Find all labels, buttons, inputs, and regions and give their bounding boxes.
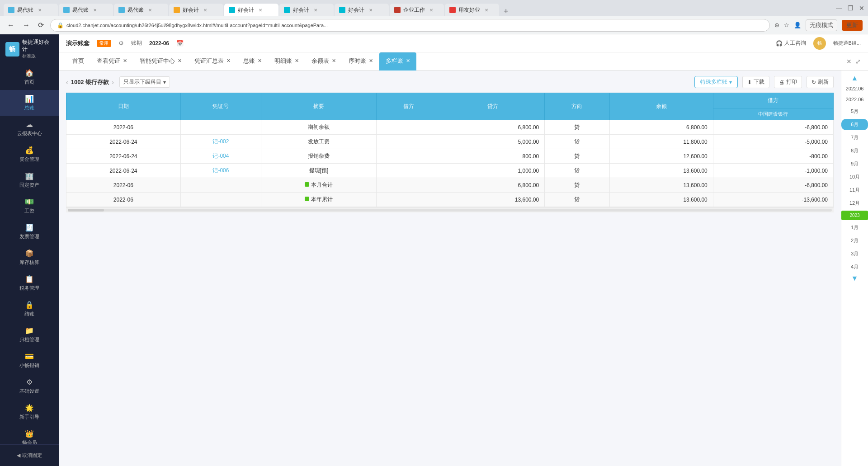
month-10[interactable]: 10月	[841, 171, 868, 183]
new-tab-button[interactable]: +	[500, 7, 512, 16]
tab-balance-sheet-close[interactable]: ✕	[332, 58, 336, 64]
user-avatar[interactable]: 畅	[813, 37, 826, 50]
settings-gear-icon[interactable]: ⚙	[118, 40, 124, 47]
print-button[interactable]: 🖨 打印	[774, 76, 802, 88]
unpin-button[interactable]: ◀ 取消固定	[0, 449, 59, 461]
sidebar-item-asset[interactable]: 🏢 固定资产	[0, 167, 59, 193]
tab-9-close[interactable]: ✕	[485, 8, 488, 13]
month-12[interactable]: 12月	[841, 198, 868, 209]
tab-4-close[interactable]: ✕	[203, 8, 207, 13]
tab-5[interactable]: 好会计 ✕	[224, 4, 278, 16]
tab-detail-ledger[interactable]: 明细账 ✕	[268, 52, 305, 71]
sidebar-item-tax[interactable]: 📋 税务管理	[0, 270, 59, 296]
wuhen-button[interactable]: 无痕模式	[806, 19, 837, 31]
expand-panel-icon[interactable]: ⤢	[855, 58, 861, 65]
cell-voucher[interactable]: 记-002	[180, 135, 261, 149]
month-4[interactable]: 4月	[841, 261, 868, 273]
month-3[interactable]: 3月	[841, 248, 868, 259]
minimize-button[interactable]: —	[836, 5, 842, 12]
sidebar-item-member[interactable]: 👑 畅会员	[0, 425, 59, 444]
tab-1[interactable]: 易代账 ✕	[4, 4, 58, 16]
sidebar-item-expense[interactable]: 💳 小畅报销	[0, 348, 59, 373]
sidebar-item-close[interactable]: 🔒 结账	[0, 296, 59, 322]
sidebar-item-settings[interactable]: ⚙ 基础设置	[0, 373, 59, 399]
refresh-button[interactable]: ⟳	[36, 19, 46, 31]
special-multicolumn-button[interactable]: 特殊多栏账 ▾	[694, 76, 738, 88]
update-button[interactable]: 更新	[842, 20, 863, 31]
download-button[interactable]: ⬇ 下载	[742, 76, 769, 88]
month-1[interactable]: 1月	[841, 222, 868, 233]
sidebar-item-salary[interactable]: 💵 工资	[0, 193, 59, 219]
ai-consult-button[interactable]: 🎧 人工咨询	[776, 39, 806, 47]
tab-5-close[interactable]: ✕	[259, 8, 262, 13]
back-button[interactable]: ←	[5, 19, 16, 31]
content-area: ‹ 1002 银行存款 › 只显示下级科目 ▾ 特殊多栏账 ▾	[59, 71, 868, 466]
prev-account-button[interactable]: ‹	[66, 79, 68, 86]
month-6[interactable]: 6月	[841, 119, 868, 130]
tab-balance-sheet[interactable]: 余额表 ✕	[305, 52, 342, 71]
scroll-thumb[interactable]	[68, 209, 104, 212]
tab-general-ledger[interactable]: 总账 ✕	[237, 52, 268, 71]
profile-icon[interactable]: 👤	[794, 22, 801, 28]
sidebar-item-report[interactable]: ☁ 云报表中心	[0, 116, 59, 141]
bottom-scrollbar[interactable]	[66, 207, 834, 212]
sidebar-item-fund[interactable]: 💰 资金管理	[0, 141, 59, 167]
tab-voucher-view[interactable]: 查看凭证 ✕	[90, 52, 133, 71]
month-7[interactable]: 7月	[841, 132, 868, 143]
refresh-button-toolbar[interactable]: ↻ 刷新	[807, 76, 834, 88]
close-button[interactable]: ✕	[859, 5, 864, 12]
tab-general-ledger-close[interactable]: ✕	[258, 58, 262, 64]
month-5[interactable]: 5月	[841, 106, 868, 117]
tab-sequence-ledger-close[interactable]: ✕	[369, 58, 373, 64]
tab-8[interactable]: 企业工作 ✕	[390, 4, 444, 16]
sidebar-item-invoice[interactable]: 🧾 发票管理	[0, 219, 59, 245]
tab-7-close[interactable]: ✕	[369, 8, 373, 13]
filter-dropdown[interactable]: 只显示下级科目 ▾	[119, 76, 170, 88]
tab-smart-voucher[interactable]: 智能凭证中心 ✕	[133, 52, 188, 71]
bookmark-icon[interactable]: ☆	[784, 22, 789, 28]
tab-6[interactable]: 好会计 ✕	[279, 4, 334, 16]
collapse-panel-icon[interactable]: ✕	[846, 58, 852, 65]
tab-2[interactable]: 易代账 ✕	[59, 4, 113, 16]
tab-sequence-ledger-label: 序时账	[349, 57, 366, 65]
tab-3-close[interactable]: ✕	[148, 8, 152, 13]
tab-8-close[interactable]: ✕	[429, 8, 433, 13]
tab-smart-voucher-close[interactable]: ✕	[178, 58, 182, 64]
month-8[interactable]: 8月	[841, 145, 868, 156]
month-11[interactable]: 11月	[841, 184, 868, 196]
tab-1-close[interactable]: ✕	[38, 8, 42, 13]
next-account-button[interactable]: ›	[112, 79, 114, 86]
scroll-up-button[interactable]: ▲	[851, 74, 859, 82]
sidebar-item-inventory[interactable]: 📦 库存核算	[0, 245, 59, 270]
tab-multi-column-close[interactable]: ✕	[406, 58, 410, 64]
tab-2-close[interactable]: ✕	[93, 8, 97, 13]
cell-voucher[interactable]: 记-004	[180, 149, 261, 164]
tab-voucher-summary[interactable]: 凭证汇总表 ✕	[188, 52, 237, 71]
tab-sequence-ledger[interactable]: 序时账 ✕	[342, 52, 379, 71]
month-2[interactable]: 2月	[841, 235, 868, 246]
tab-multi-column[interactable]: 多栏账 ✕	[379, 52, 416, 71]
tab-4[interactable]: 好会计 ✕	[169, 4, 223, 16]
calendar-icon[interactable]: 📅	[176, 40, 184, 47]
forward-button[interactable]: →	[21, 19, 32, 31]
tab-homepage[interactable]: 首页	[66, 52, 90, 71]
month-9[interactable]: 9月	[841, 158, 868, 169]
tab-detail-ledger-close[interactable]: ✕	[295, 58, 299, 64]
address-input[interactable]: 🔒 cloud2.chanjet.com/accounting/uh26t264…	[50, 19, 770, 32]
scroll-down-button[interactable]: ▼	[851, 274, 859, 282]
tab-3[interactable]: 易代账 ✕	[114, 4, 168, 16]
tab-voucher-view-close[interactable]: ✕	[123, 58, 127, 64]
restore-button[interactable]: ❐	[848, 5, 854, 12]
sidebar-item-invoice-label: 发票管理	[19, 233, 39, 240]
tab-6-close[interactable]: ✕	[314, 8, 317, 13]
sidebar-item-home[interactable]: 🏠 首页	[0, 64, 59, 90]
cell-voucher[interactable]: 记-006	[180, 164, 261, 178]
tab-multi-column-label: 多栏账	[386, 57, 403, 65]
sidebar-item-ledger[interactable]: 📊 总账	[0, 90, 59, 116]
sidebar-item-archive[interactable]: 📁 归档管理	[0, 322, 59, 348]
extensions-icon[interactable]: ⊕	[774, 22, 779, 28]
tab-9[interactable]: 用友好业 ✕	[445, 4, 499, 16]
tab-7[interactable]: 好会计 ✕	[335, 4, 389, 16]
sidebar-item-guide[interactable]: 🌟 新手引导	[0, 399, 59, 425]
tab-voucher-summary-close[interactable]: ✕	[226, 58, 231, 64]
